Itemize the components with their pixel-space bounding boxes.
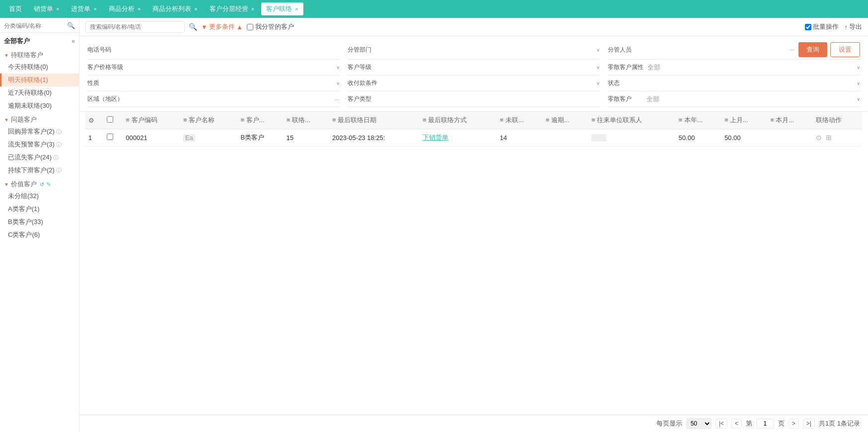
- collapse-icon[interactable]: «: [72, 38, 75, 45]
- filter-dept: 分管部门 ∨: [348, 40, 600, 60]
- caret-retail-cust-icon: ∨: [857, 96, 860, 102]
- customer-table: ⚙ ≡ 客户编码 ≡ 客户名称 ≡ 客户...: [85, 112, 862, 146]
- close-product-analysis-icon[interactable]: ×: [138, 6, 141, 12]
- close-product-analysis-list-icon[interactable]: ×: [194, 6, 197, 12]
- triangle-icon: ▼: [4, 53, 9, 58]
- sidebar-item-tomorrow[interactable]: 明天待联络(1): [0, 73, 79, 86]
- col-lastmethod-sort[interactable]: ≡: [423, 116, 428, 124]
- nav-purchase-order[interactable]: 进货单 ×: [66, 2, 101, 15]
- action-link-icon[interactable]: ⊙: [816, 134, 822, 142]
- ellipsis-person-icon[interactable]: ···: [790, 46, 795, 53]
- nav-product-analysis[interactable]: 商品分析 ×: [104, 2, 145, 15]
- export-btn[interactable]: ↑ 导出: [845, 22, 863, 31]
- col-settings[interactable]: ⚙: [85, 112, 104, 129]
- caret-status-icon: ∨: [857, 80, 860, 86]
- sidebar: 🔍 全部客户 « ▼ 待联络客户 今天待联络(0) 明天待联络(1) 近7天待联…: [0, 18, 79, 432]
- last-page-btn[interactable]: >|: [803, 419, 815, 429]
- col-thismonth-sort[interactable]: ≡: [770, 116, 776, 124]
- next-page-btn[interactable]: >: [789, 419, 799, 429]
- settings-button[interactable]: 设置: [830, 42, 860, 57]
- col-thisyear-sort[interactable]: ≡: [679, 116, 684, 124]
- filter-customer-level: 客户等级 ∨: [348, 60, 600, 75]
- filter-search-btn[interactable]: 🔍: [189, 23, 197, 31]
- sidebar-search-icon[interactable]: 🔍: [67, 22, 75, 29]
- caret-level-icon: ∨: [596, 65, 600, 70]
- close-purchase-order-icon[interactable]: ×: [93, 6, 96, 12]
- col-name-sort[interactable]: ≡: [183, 116, 189, 124]
- refresh-icon[interactable]: ↺: [40, 181, 44, 188]
- caret-up-icon: ▲: [236, 23, 243, 31]
- sidebar-item-ungrouped[interactable]: 未分组(32): [0, 190, 79, 203]
- col-notlinked-sort[interactable]: ≡: [500, 116, 505, 124]
- edit-icon[interactable]: ✎: [46, 181, 51, 188]
- close-customer-segmentation-icon[interactable]: ×: [251, 6, 254, 12]
- ellipsis-region-icon[interactable]: ···: [335, 96, 340, 103]
- sidebar-item-churned[interactable]: 已流失客户(24) ⓘ: [0, 151, 79, 164]
- action-more-icon[interactable]: ⊞: [826, 134, 832, 142]
- col-notlinked: ≡ 未联...: [497, 112, 542, 129]
- page-size-select[interactable]: 50 100 200: [686, 418, 712, 429]
- my-customers-checkbox[interactable]: [247, 24, 253, 30]
- batch-op-btn[interactable]: 批量操作: [805, 22, 839, 31]
- row-lastmonth: 50.00: [722, 129, 767, 146]
- filter-retail-attr: 零散客户属性 全部 ∨: [608, 60, 860, 75]
- row-name: Ea: [180, 129, 238, 146]
- batch-op-checkbox[interactable]: [805, 24, 811, 30]
- query-button[interactable]: 查询: [798, 42, 827, 57]
- sidebar-item-7days[interactable]: 近7天待联络(0): [0, 86, 79, 99]
- row-lastmethod[interactable]: 下销货单: [420, 129, 497, 146]
- sidebar-item-churn-warning[interactable]: 流失预警客户(3) ⓘ: [0, 138, 79, 151]
- sidebar-item-c-class[interactable]: C类客户(6): [0, 228, 79, 241]
- caret-dept-icon: ∨: [596, 47, 600, 53]
- group-value-customers: ▼ 价值客户 ↺ ✎: [0, 177, 79, 190]
- nav-customer-contact[interactable]: 客户联络 ×: [261, 2, 303, 15]
- sidebar-search-input[interactable]: [4, 22, 65, 29]
- filter-status: 状态 ∨: [608, 75, 860, 91]
- col-lastdate: ≡ 最后联络日期: [329, 112, 420, 129]
- col-code: ≡ 客户编码: [123, 112, 180, 129]
- sidebar-item-declining[interactable]: 持续下滑客户(2) ⓘ: [0, 164, 79, 177]
- sidebar-item-repurchase-abnormal[interactable]: 回购异常客户(2) ⓘ: [0, 125, 79, 138]
- row-action: ⊙ ⊞: [813, 129, 862, 146]
- sidebar-item-today[interactable]: 今天待联络(0): [0, 61, 79, 73]
- sidebar-item-a-class[interactable]: A类客户(1): [0, 203, 79, 216]
- sidebar-item-b-class[interactable]: B类客户(33): [0, 216, 79, 228]
- nav-customer-segmentation[interactable]: 客户分层经营 ×: [205, 2, 259, 15]
- caret-price-icon: ∨: [336, 65, 340, 70]
- prev-page-btn[interactable]: <: [731, 419, 742, 429]
- col-lastmonth-sort[interactable]: ≡: [724, 116, 730, 124]
- triangle-icon-2: ▼: [4, 117, 9, 123]
- filter-search-input[interactable]: [85, 21, 185, 33]
- row-lastdate: 2023-05-23 18:25:: [329, 129, 420, 146]
- content-area: 🔍 ▼ 更多条件 ▲ 我分管的客户 批量操作 ↑ 导出: [79, 18, 868, 432]
- row-type: B类客户: [238, 129, 284, 146]
- select-all-checkbox[interactable]: [107, 116, 113, 123]
- close-customer-contact-icon[interactable]: ×: [295, 6, 298, 12]
- filter-price-level: 客户价格等级 ∨: [87, 60, 340, 75]
- nav-sales-order[interactable]: 销货单 ×: [29, 2, 64, 15]
- col-contact-sort[interactable]: ≡: [287, 116, 292, 124]
- row-contact: 15: [284, 129, 329, 146]
- row-thismonth: [767, 129, 813, 146]
- my-customers-check[interactable]: 我分管的客户: [247, 22, 294, 31]
- caret-payment-icon: ∨: [596, 80, 600, 86]
- first-page-btn[interactable]: |<: [716, 419, 727, 429]
- row-thisyear: 50.00: [676, 129, 722, 146]
- col-thismonth: ≡ 本月...: [767, 112, 813, 129]
- row-checkbox[interactable]: [104, 129, 123, 146]
- col-overdue-sort[interactable]: ≡: [546, 116, 551, 124]
- filter-person: 分管人员 ··· 查询 设置: [608, 40, 860, 60]
- filter-payment: 收付款条件 ∨: [348, 75, 600, 91]
- nav-product-analysis-list[interactable]: 商品分析列表 ×: [147, 2, 202, 15]
- top-nav: 首页 销货单 × 进货单 × 商品分析 × 商品分析列表 × 客户分层经营 × …: [0, 0, 868, 18]
- row-overdue: [543, 129, 588, 146]
- more-conditions-btn[interactable]: ▼ 更多条件 ▲: [201, 22, 243, 31]
- nav-home[interactable]: 首页: [4, 2, 27, 15]
- col-contact-person-sort[interactable]: ≡: [591, 116, 597, 124]
- page-num-input[interactable]: [756, 419, 774, 429]
- col-lastdate-sort[interactable]: ≡: [332, 116, 338, 124]
- close-sales-order-icon[interactable]: ×: [56, 6, 59, 12]
- col-checkbox[interactable]: [104, 112, 123, 129]
- col-type-sort[interactable]: ≡: [241, 116, 246, 124]
- sidebar-item-overdue[interactable]: 逾期未联络(30): [0, 99, 79, 112]
